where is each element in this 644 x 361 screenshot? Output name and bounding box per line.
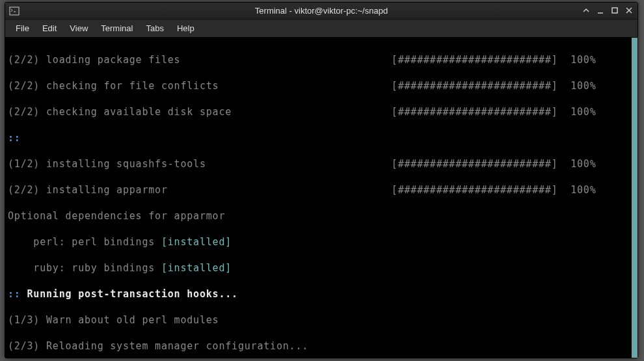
terminal-line: perl: perl bindings [installed]	[8, 235, 635, 248]
titlebar: Terminal - viktor@viktor-pc:~/snapd	[5, 3, 637, 20]
terminal-window: Terminal - viktor@viktor-pc:~/snapd File…	[5, 2, 638, 358]
scrollbar[interactable]	[632, 38, 637, 358]
menu-view[interactable]: View	[63, 21, 94, 36]
close-button[interactable]	[622, 4, 636, 17]
terminal-body[interactable]: (2/2) loading package files [###########…	[5, 38, 637, 358]
window-title: Terminal - viktor@viktor-pc:~/snapd	[255, 6, 388, 16]
terminal-line: ruby: ruby bindings [installed]	[8, 261, 635, 274]
shade-button[interactable]	[579, 4, 593, 17]
menu-terminal[interactable]: Terminal	[94, 21, 139, 36]
terminal-line: (2/2) checking available disk space [###…	[8, 105, 635, 118]
terminal-line: ::	[8, 131, 635, 144]
terminal-line: (1/3) Warn about old perl modules	[8, 314, 635, 327]
window-controls	[579, 4, 636, 17]
menubar: File Edit View Terminal Tabs Help	[5, 20, 637, 38]
svg-rect-1	[612, 8, 617, 13]
terminal-line: (2/3) Reloading system manager configura…	[8, 340, 635, 353]
menu-file[interactable]: File	[9, 21, 36, 36]
terminal-line: :: Running post-transaction hooks...	[8, 287, 635, 301]
terminal-line: (2/2) installing apparmor [#############…	[8, 183, 635, 196]
terminal-line: (2/2) checking for file conflicts [#####…	[8, 79, 635, 92]
menu-help[interactable]: Help	[170, 21, 201, 36]
menu-edit[interactable]: Edit	[36, 21, 63, 36]
menu-tabs[interactable]: Tabs	[139, 21, 170, 36]
terminal-icon	[9, 6, 20, 16]
terminal-line: (1/2) installing squashfs-tools [#######…	[8, 157, 635, 170]
minimize-button[interactable]	[593, 4, 608, 17]
maximize-button[interactable]	[608, 4, 622, 17]
terminal-line: Optional dependencies for apparmor	[8, 209, 635, 222]
terminal-line: (2/2) loading package files [###########…	[8, 53, 635, 66]
